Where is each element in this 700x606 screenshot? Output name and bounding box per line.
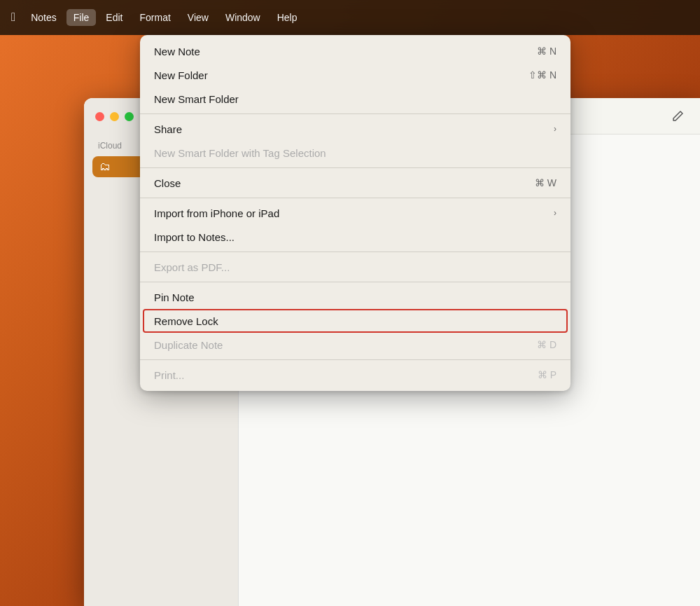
menu-item-label-import-iphone: Import from iPhone or iPad bbox=[154, 207, 279, 219]
menu-item-label-duplicate-note: Duplicate Note bbox=[154, 339, 223, 351]
menu-item-label-new-smart-folder-tag: New Smart Folder with Tag Selection bbox=[154, 147, 326, 159]
apple-logo[interactable]:  bbox=[11, 11, 15, 25]
menu-item-duplicate-note: Duplicate Note⌘ D bbox=[140, 333, 570, 357]
menu-item-label-new-folder: New Folder bbox=[154, 69, 208, 81]
folder-icon: 🗂 bbox=[99, 160, 111, 173]
menu-separator bbox=[140, 198, 570, 198]
menu-shortcut-new-note: ⌘ N bbox=[537, 46, 556, 57]
menubar-notes[interactable]: Notes bbox=[24, 9, 64, 26]
edit-button[interactable] bbox=[666, 105, 689, 128]
menu-separator bbox=[140, 252, 570, 252]
menu-separator bbox=[140, 282, 570, 282]
menu-item-share[interactable]: Share› bbox=[140, 117, 570, 141]
menu-arrow-import-iphone: › bbox=[554, 208, 556, 218]
menu-item-label-share: Share bbox=[154, 123, 182, 135]
menu-shortcut-close: ⌘ W bbox=[535, 177, 556, 188]
menu-item-label-import-notes: Import to Notes... bbox=[154, 231, 234, 243]
menu-item-label-export-pdf: Export as PDF... bbox=[154, 261, 230, 273]
menu-item-new-note[interactable]: New Note⌘ N bbox=[140, 39, 570, 63]
menu-shortcut-duplicate-note: ⌘ D bbox=[537, 339, 556, 350]
minimize-button[interactable] bbox=[110, 112, 119, 121]
menu-item-remove-lock[interactable]: Remove Lock bbox=[143, 309, 568, 333]
maximize-button[interactable] bbox=[125, 112, 134, 121]
menu-item-label-new-smart-folder: New Smart Folder bbox=[154, 93, 239, 105]
menu-item-label-remove-lock: Remove Lock bbox=[154, 315, 218, 327]
menu-separator bbox=[140, 359, 570, 360]
menu-item-new-folder[interactable]: New Folder⇧⌘ N bbox=[140, 63, 570, 87]
menu-separator bbox=[140, 113, 570, 114]
menu-item-new-smart-folder[interactable]: New Smart Folder bbox=[140, 87, 570, 111]
menu-separator bbox=[140, 167, 570, 168]
menu-item-print: Print...⌘ P bbox=[140, 363, 570, 387]
menubar-edit[interactable]: Edit bbox=[99, 9, 130, 26]
close-button[interactable] bbox=[95, 112, 104, 121]
menubar-file[interactable]: File bbox=[66, 9, 97, 26]
menu-item-import-notes[interactable]: Import to Notes... bbox=[140, 225, 570, 249]
menu-item-label-close: Close bbox=[154, 177, 181, 189]
menu-item-new-smart-folder-tag: New Smart Folder with Tag Selection bbox=[140, 141, 570, 165]
menubar-window[interactable]: Window bbox=[218, 9, 267, 26]
menubar-format[interactable]: Format bbox=[132, 9, 177, 26]
menubar-view[interactable]: View bbox=[181, 9, 216, 26]
menu-item-import-iphone[interactable]: Import from iPhone or iPad› bbox=[140, 201, 570, 225]
menu-shortcut-print: ⌘ P bbox=[538, 369, 556, 380]
menu-shortcut-new-folder: ⇧⌘ N bbox=[528, 69, 556, 81]
file-dropdown-menu: New Note⌘ NNew Folder⇧⌘ NNew Smart Folde… bbox=[140, 35, 570, 391]
menu-item-label-new-note: New Note bbox=[154, 46, 200, 57]
menu-item-label-pin-note: Pin Note bbox=[154, 291, 195, 303]
menu-item-close[interactable]: Close⌘ W bbox=[140, 171, 570, 195]
menu-item-label-print: Print... bbox=[154, 369, 184, 381]
menu-item-export-pdf: Export as PDF... bbox=[140, 255, 570, 279]
menu-arrow-share: › bbox=[554, 124, 556, 134]
menubar-help[interactable]: Help bbox=[270, 9, 304, 26]
menu-item-pin-note[interactable]: Pin Note bbox=[140, 285, 570, 309]
menubar:  Notes File Edit Format View Window Hel… bbox=[0, 0, 700, 35]
